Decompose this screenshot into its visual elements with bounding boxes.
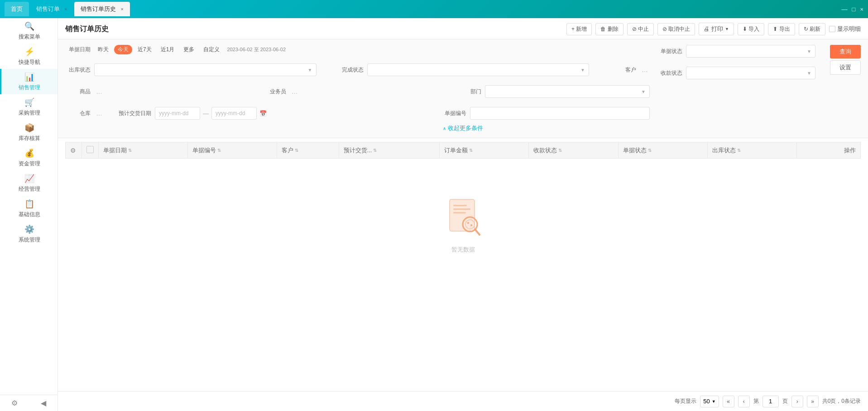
settings-btn[interactable]: 设置	[830, 60, 861, 75]
filter-area: 单据日期 昨天 今天 近7天 近1月 更多 自定义 2023-06-02 至 2…	[58, 39, 868, 138]
th-customer-sort[interactable]: 客户 ⇅	[282, 146, 334, 155]
tab-sales-order-history-close[interactable]: ×	[120, 6, 123, 12]
sidebar-settings-btn[interactable]: ⚙	[11, 399, 18, 407]
table-container: ⚙ 单据日期 ⇅	[58, 138, 868, 391]
date-tab-1month[interactable]: 近1月	[157, 45, 178, 54]
page-label: 第	[753, 397, 759, 405]
table-settings-icon[interactable]: ⚙	[70, 147, 76, 154]
customer-selector[interactable]: …	[640, 66, 650, 73]
receipt-status-select[interactable]: ▼	[686, 67, 815, 79]
last-page-btn[interactable]: »	[807, 396, 819, 407]
th-order-status-sort-icon: ⇅	[648, 148, 652, 153]
window-close-btn[interactable]: ×	[860, 6, 863, 13]
filter-row-receipt-status: 收款状态 ▼	[657, 67, 815, 79]
purchase-mgmt-icon: 🛒	[24, 97, 34, 107]
th-date[interactable]: 单据日期 ⇅	[99, 142, 188, 159]
table-select-all-checkbox[interactable]	[86, 146, 94, 153]
th-customer-label: 客户	[282, 146, 293, 155]
sidebar-item-label-capital: 资金管理	[19, 160, 40, 168]
delete-btn[interactable]: 🗑 删除	[595, 23, 623, 35]
export-btn[interactable]: ⬆ 导出	[768, 23, 795, 35]
pagination: 每页显示 50 ▼ « ‹ 第 1 页 › » 共0页，0条记录	[58, 391, 868, 411]
window-maximize-btn[interactable]: □	[852, 6, 856, 13]
th-receipt-status-sort[interactable]: 收款状态 ⇅	[533, 146, 613, 155]
outbound-status-label: 出库状态	[65, 66, 91, 74]
th-expected-delivery-sort-icon: ⇅	[373, 148, 377, 153]
next-page-btn[interactable]: ›	[791, 396, 803, 407]
th-order-status[interactable]: 单据状态 ⇅	[618, 142, 707, 159]
show-details-toggle[interactable]: 显示明细	[829, 25, 861, 33]
th-order-status-sort[interactable]: 单据状态 ⇅	[623, 146, 703, 155]
sidebar-item-purchase-mgmt[interactable]: 🛒 采购管理	[0, 94, 58, 120]
goods-selector[interactable]: …	[94, 88, 104, 95]
collapse-row[interactable]: ∧ 收起更多条件	[65, 124, 861, 132]
sidebar-item-operation[interactable]: 📈 经营管理	[0, 170, 58, 196]
th-checkbox	[82, 142, 99, 159]
tab-sales-order-close[interactable]: ×	[64, 6, 67, 12]
salesperson-selector[interactable]: …	[290, 88, 300, 95]
sidebar-item-search-menu[interactable]: 🔍 搜索菜单	[0, 18, 58, 44]
date-tab-today[interactable]: 今天	[114, 45, 132, 54]
cancel-stop-btn[interactable]: ⊘ 取消中止	[657, 23, 695, 35]
first-page-btn[interactable]: «	[723, 396, 734, 407]
th-date-sort[interactable]: 单据日期 ⇅	[103, 146, 183, 155]
sidebar-item-sales-mgmt[interactable]: 📊 销售管理	[0, 69, 58, 94]
th-action-label: 操作	[844, 147, 856, 154]
sidebar-item-basic-info[interactable]: 📋 基础信息	[0, 196, 58, 221]
date-tab-more[interactable]: 更多	[180, 45, 198, 54]
th-customer[interactable]: 客户 ⇅	[277, 142, 339, 159]
window-minimize-btn[interactable]: —	[842, 6, 848, 13]
new-btn[interactable]: + 新增	[566, 23, 592, 35]
outbound-status-select[interactable]: ▼	[94, 63, 317, 76]
date-tab-yesterday[interactable]: 昨天	[94, 45, 112, 54]
order-status-select[interactable]: ▼	[686, 45, 815, 58]
print-btn[interactable]: 🖨 打印 ▼	[699, 23, 734, 35]
table-header: ⚙ 单据日期 ⇅	[66, 142, 861, 159]
date-from-input[interactable]	[155, 107, 200, 120]
date-tab-7days[interactable]: 近7天	[134, 45, 155, 54]
system-icon: ⚙️	[24, 224, 34, 234]
current-page[interactable]: 1	[762, 396, 779, 407]
date-to-input[interactable]	[211, 107, 257, 120]
query-btn[interactable]: 查询	[830, 45, 861, 58]
tab-sales-order-history[interactable]: 销售订单历史 ×	[74, 2, 129, 16]
warehouse-selector[interactable]: …	[94, 110, 104, 117]
th-expected-delivery[interactable]: 预计交货... ⇅	[339, 142, 440, 159]
show-details-checkbox[interactable]	[829, 26, 835, 32]
tab-sales-order[interactable]: 销售订单 ×	[30, 2, 73, 16]
th-outbound-status-sort[interactable]: 出库状态 ⇅	[712, 146, 792, 155]
complete-status-arrow: ▼	[580, 68, 585, 73]
th-receipt-status[interactable]: 收款状态 ⇅	[529, 142, 618, 159]
tab-home[interactable]: 首页	[5, 2, 29, 16]
sidebar-item-label-quick-nav: 快捷导航	[19, 58, 40, 66]
prev-page-btn[interactable]: ‹	[738, 396, 750, 407]
th-settings[interactable]: ⚙	[66, 142, 82, 159]
refresh-btn[interactable]: ↻ 刷新	[799, 23, 825, 35]
th-order-amount-sort[interactable]: 订单金额 ⇅	[444, 146, 524, 155]
department-arrow: ▼	[641, 89, 646, 94]
date-tab-custom[interactable]: 自定义	[200, 45, 223, 54]
sidebar-item-quick-nav[interactable]: ⚡ 快捷导航	[0, 44, 58, 69]
date-calendar-icon[interactable]: 📅	[257, 110, 269, 117]
filter-actions: 查询 设置	[830, 45, 861, 75]
sidebar-collapse-btn[interactable]: ◀	[41, 399, 46, 407]
sidebar-item-system[interactable]: ⚙️ 系统管理	[0, 221, 58, 247]
th-number[interactable]: 单据编号 ⇅	[188, 142, 277, 159]
sidebar-item-label-purchase-mgmt: 采购管理	[19, 109, 40, 117]
th-date-label: 单据日期	[103, 146, 127, 155]
order-number-input[interactable]	[470, 107, 650, 120]
stop-btn[interactable]: ⊘ 中止	[627, 23, 654, 35]
complete-status-select[interactable]: ▼	[367, 63, 590, 76]
svg-rect-3	[453, 212, 466, 213]
per-page-select[interactable]: 50 ▼	[700, 396, 719, 407]
th-outbound-status[interactable]: 出库状态 ⇅	[707, 142, 796, 159]
import-btn[interactable]: ⬇ 导入	[738, 23, 764, 35]
th-number-sort[interactable]: 单据编号 ⇅	[192, 146, 272, 155]
sidebar-item-inventory[interactable]: 📦 库存核算	[0, 120, 58, 145]
th-order-amount[interactable]: 订单金额 ⇅	[440, 142, 529, 159]
sidebar-item-label-system: 系统管理	[19, 236, 40, 244]
department-select[interactable]: ▼	[485, 85, 650, 98]
sidebar-item-capital[interactable]: 💰 资金管理	[0, 145, 58, 170]
th-expected-delivery-sort[interactable]: 预计交货... ⇅	[344, 146, 435, 155]
order-status-arrow: ▼	[807, 49, 811, 54]
